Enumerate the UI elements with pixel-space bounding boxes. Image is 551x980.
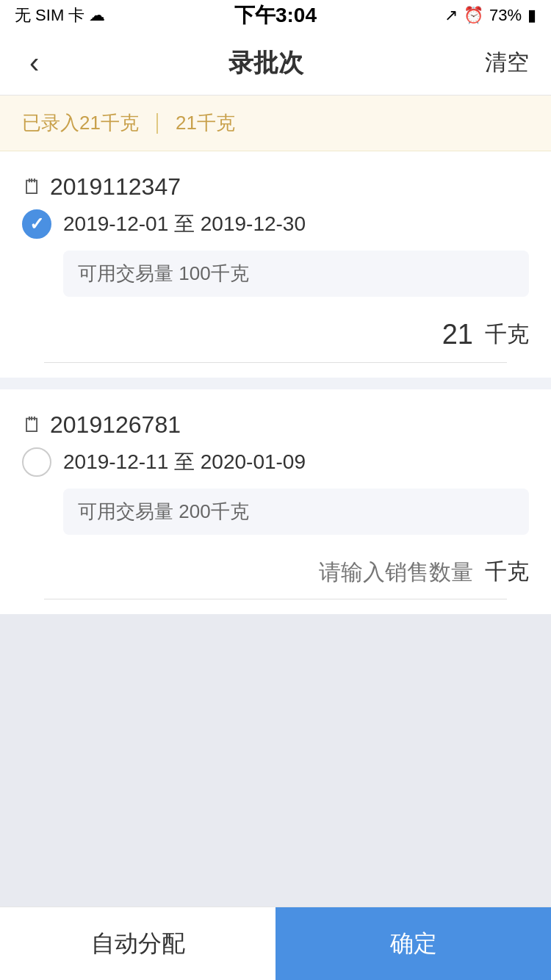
nav-bar: ‹ 录批次 清空: [0, 31, 551, 96]
batch-availability-2: 可用交易量 200千克: [63, 489, 529, 535]
info-banner: 已录入21千克 21千克: [0, 96, 551, 151]
battery-text: 73%: [489, 6, 522, 25]
batch-date-2: 2019-12-11 至 2020-01-09: [63, 448, 306, 476]
status-right: ↗ ⏰ 73% ▮: [444, 6, 536, 25]
bottom-buttons: 自动分配 确定: [0, 907, 551, 980]
batch-item-2: 🗒 2019126781 2019-12-11 至 2020-01-09 可用交…: [0, 389, 551, 614]
quantity-value-1: 21: [442, 319, 473, 350]
batch-header-1: 🗒 2019112347: [22, 173, 529, 201]
batch-doc-icon-2: 🗒: [22, 413, 43, 437]
alarm-icon: ⏰: [464, 6, 483, 25]
no-sim-text: 无 SIM 卡 ☁: [15, 4, 105, 26]
batch-checkbox-1[interactable]: [22, 209, 51, 239]
back-button[interactable]: ‹: [22, 39, 46, 87]
divider-2: [44, 599, 507, 599]
confirm-button[interactable]: 确定: [276, 907, 551, 980]
batch-date-row-1: 2019-12-01 至 2019-12-30: [22, 209, 529, 239]
status-left: 无 SIM 卡 ☁: [15, 4, 105, 26]
status-time: 下午3:04: [234, 1, 317, 29]
batch-item-1: 🗒 2019112347 2019-12-01 至 2019-12-30 可用交…: [0, 151, 551, 378]
auto-distribute-button[interactable]: 自动分配: [0, 907, 276, 980]
batch-date-row-2: 2019-12-11 至 2020-01-09: [22, 447, 529, 477]
quantity-input-2[interactable]: [253, 560, 473, 585]
batch-id-2: 2019126781: [50, 411, 181, 439]
recorded-amount: 已录入21千克: [22, 110, 139, 136]
clear-button[interactable]: 清空: [485, 48, 529, 78]
batch-checkbox-2[interactable]: [22, 447, 51, 477]
quantity-unit-1: 千克: [485, 320, 529, 350]
batch-quantity-row-1: 21 千克: [22, 311, 529, 362]
empty-area: [0, 614, 551, 908]
page-content: 已录入21千克 21千克 🗒 2019112347 2019-12-01 至 2…: [0, 96, 551, 980]
batch-availability-1: 可用交易量 100千克: [63, 251, 529, 297]
info-divider: [156, 113, 158, 134]
batch-header-2: 🗒 2019126781: [22, 411, 529, 439]
status-bar: 无 SIM 卡 ☁ 下午3:04 ↗ ⏰ 73% ▮: [0, 0, 551, 31]
total-amount: 21千克: [176, 110, 235, 136]
divider-1: [44, 362, 507, 363]
section-divider-1: [0, 378, 551, 389]
location-icon: ↗: [444, 6, 458, 25]
quantity-unit-2: 千克: [485, 557, 529, 587]
batch-quantity-row-2: 千克: [22, 550, 529, 599]
batch-doc-icon-1: 🗒: [22, 175, 43, 199]
batch-id-1: 2019112347: [50, 173, 181, 201]
batch-date-1: 2019-12-01 至 2019-12-30: [63, 210, 306, 238]
page-title: 录批次: [228, 46, 303, 80]
battery-icon: ▮: [527, 6, 536, 25]
